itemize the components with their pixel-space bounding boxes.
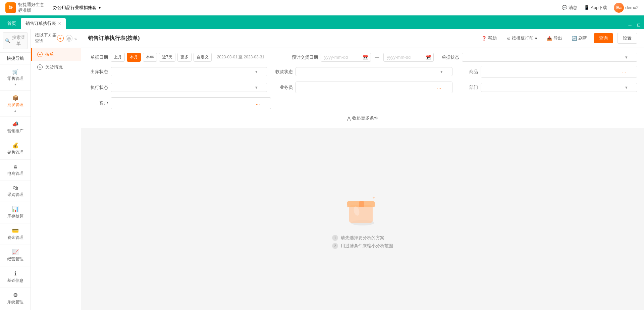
refresh-icon: 🔄 bbox=[572, 36, 577, 41]
payment-select[interactable]: ▾ bbox=[296, 67, 452, 76]
header-left: 好 畅捷通好生意 标准版 办公用品行业模拟账套 ▾ bbox=[5, 2, 101, 13]
sidebar-item-finance[interactable]: 💳 资金管理 bbox=[0, 223, 31, 245]
exec-label: 执行状态 bbox=[88, 85, 108, 91]
refresh-button[interactable]: 🔄 刷新 bbox=[569, 34, 590, 43]
delivery-select[interactable]: ▾ bbox=[111, 67, 267, 76]
goods-more-icon[interactable]: … bbox=[621, 68, 628, 75]
page-title: 销售订单执行表(按单) bbox=[88, 35, 140, 42]
tab-home[interactable]: 首页 bbox=[3, 18, 21, 29]
print-icon: 🖨 bbox=[506, 36, 511, 41]
salesman-label: 业务员 bbox=[273, 85, 293, 91]
tab-close-button[interactable]: ✕ bbox=[58, 22, 61, 25]
sub-nav-collapse-button[interactable]: « bbox=[74, 36, 77, 41]
sidebar-item-retail[interactable]: 🛒 零售管理 ▾ bbox=[0, 64, 31, 91]
sales-icon: 💰 bbox=[12, 142, 19, 149]
status-select[interactable]: ▾ bbox=[462, 53, 638, 62]
empty-state: ✦ ✦ 1 请先选择要分析的方案 2 用过滤条件来缩小分析范围 bbox=[332, 189, 393, 249]
help-button[interactable]: ❓ 帮助 bbox=[479, 34, 499, 43]
tab-bar: 首页 销售订单执行表 ✕ ─ ⊡ bbox=[0, 15, 644, 29]
settings-button[interactable]: 设置 bbox=[617, 33, 637, 44]
sub-nav-header: 按以下方案查询 + ◎ « bbox=[31, 29, 81, 48]
print-expand-icon: ▾ bbox=[535, 36, 537, 41]
sidebar-item-system[interactable]: ⚙ 系统管理 bbox=[0, 288, 31, 309]
query-button[interactable]: 查询 bbox=[594, 33, 613, 43]
date-last-month-button[interactable]: 上月 bbox=[111, 53, 125, 62]
dept-chevron-icon: ▾ bbox=[625, 85, 628, 90]
export-button[interactable]: 📤 导出 bbox=[544, 34, 565, 43]
retail-icon: 🛒 bbox=[12, 68, 19, 75]
salesman-select[interactable]: … bbox=[296, 82, 452, 93]
goods-select[interactable]: … bbox=[481, 66, 637, 78]
goods-label: 商品 bbox=[458, 69, 478, 75]
collapse-more-button[interactable]: ⋀ 收起更多条件 bbox=[88, 113, 637, 123]
salesman-more-icon[interactable]: … bbox=[436, 84, 443, 91]
sub-nav-circle-button[interactable]: ◎ bbox=[66, 35, 72, 42]
sub-nav-item-by-order[interactable]: ● 按单 bbox=[31, 48, 81, 61]
maximize-button[interactable]: ⊡ bbox=[636, 22, 641, 28]
basic-info-icon: ℹ bbox=[14, 270, 16, 277]
date-last-7-days-button[interactable]: 近7天 bbox=[159, 53, 175, 62]
customer-select[interactable]: … bbox=[111, 97, 271, 109]
sidebar-item-basic-info[interactable]: ℹ 基础信息 bbox=[0, 266, 31, 288]
help-icon: ❓ bbox=[481, 36, 487, 41]
sidebar-item-sales[interactable]: 💰 销售管理 bbox=[0, 138, 31, 160]
main-area: 按以下方案查询 + ◎ « ● 按单 ○ bbox=[31, 29, 644, 310]
date-more-button[interactable]: 更多 bbox=[177, 53, 192, 62]
print-button[interactable]: 🖨 按模板打印 ▾ bbox=[503, 34, 540, 43]
page-actions: ❓ 帮助 🖨 按模板打印 ▾ 📤 导出 🔄 刷新 bbox=[479, 33, 637, 44]
calendar-start-icon[interactable]: 📅 bbox=[363, 55, 368, 60]
header-right: 💬 消息 📱 App下载 Ea demo2 bbox=[562, 3, 639, 13]
logo-text: 畅捷通好生意 标准版 bbox=[18, 2, 44, 13]
message-button[interactable]: 💬 消息 bbox=[562, 5, 577, 11]
wholesale-icon: 📦 bbox=[12, 95, 19, 101]
inventory-icon: 📊 bbox=[12, 206, 19, 212]
customer-label: 客户 bbox=[88, 100, 108, 106]
filter-row-2: 出库状态 ▾ 收款状态 ▾ 商品 bbox=[88, 66, 637, 78]
filter-salesman-item: 业务员 … bbox=[273, 82, 452, 93]
customer-more-icon[interactable]: … bbox=[254, 99, 261, 107]
filter-status-item: 单据状态 ▾ bbox=[439, 53, 638, 62]
breadcrumb[interactable]: 办公用品行业模拟账套 ▾ bbox=[53, 5, 101, 11]
sub-nav-title: 按以下方案查询 bbox=[35, 32, 57, 44]
sidebar-item-operations[interactable]: 📈 经营管理 bbox=[0, 245, 31, 266]
expand-arrow-icon: ▴ bbox=[14, 109, 16, 112]
main-content: 🔍 搜索菜单 快捷导航 🛒 零售管理 ▾ 📦 批发管理 ▴ 📣 营销推广 💰 销… bbox=[0, 29, 644, 310]
sidebar-item-wholesale[interactable]: 📦 批发管理 ▴ bbox=[0, 91, 31, 117]
user-profile[interactable]: Ea demo2 bbox=[614, 3, 639, 13]
svg-rect-1 bbox=[349, 205, 373, 223]
sub-nav-add-button[interactable]: + bbox=[57, 35, 64, 42]
date-custom-button[interactable]: 自定义 bbox=[194, 53, 212, 62]
sidebar-quick-nav[interactable]: 快捷导航 bbox=[0, 53, 31, 64]
sub-nav-item-backorder[interactable]: ○ 欠货情况 bbox=[31, 61, 81, 73]
expected-date-start-input-wrapper: 📅 bbox=[321, 53, 371, 62]
filter-delivery-item: 出库状态 ▾ bbox=[88, 67, 267, 76]
top-header: 好 畅捷通好生意 标准版 办公用品行业模拟账套 ▾ 💬 消息 📱 App下载 E… bbox=[0, 0, 644, 15]
empty-hints: 1 请先选择要分析的方案 2 用过滤条件来缩小分析范围 bbox=[332, 235, 393, 249]
logo-icon: 好 bbox=[5, 2, 16, 13]
user-name: demo2 bbox=[625, 5, 639, 10]
sidebar-item-marketing[interactable]: 📣 营销推广 bbox=[0, 117, 31, 138]
operations-icon: 📈 bbox=[12, 249, 19, 255]
sidebar-item-purchase[interactable]: 🛍 采购管理 bbox=[0, 181, 31, 202]
dept-select[interactable]: ▾ bbox=[481, 83, 637, 92]
empty-hint-2: 2 用过滤条件来缩小分析范围 bbox=[332, 243, 393, 249]
date-this-month-button[interactable]: 本月 bbox=[127, 53, 141, 62]
search-menu-button[interactable]: 🔍 搜索菜单 bbox=[3, 32, 28, 49]
filter-payment-item: 收款状态 ▾ bbox=[273, 67, 452, 76]
sidebar-item-inventory[interactable]: 📊 库存核算 bbox=[0, 202, 31, 223]
purchase-icon: 🛍 bbox=[13, 185, 18, 191]
sidebar-item-ecommerce[interactable]: 🖥 电商管理 bbox=[0, 160, 31, 181]
empty-hint-1: 1 请先选择要分析的方案 bbox=[332, 235, 393, 241]
date-this-year-button[interactable]: 本年 bbox=[143, 53, 157, 62]
status-chevron-icon: ▾ bbox=[625, 55, 628, 60]
ecommerce-icon: 🖥 bbox=[13, 164, 18, 170]
exec-select[interactable]: ▾ bbox=[111, 83, 267, 92]
minimize-button[interactable]: ─ bbox=[627, 22, 633, 28]
app-download-button[interactable]: 📱 App下载 bbox=[584, 5, 607, 11]
tab-sales-order[interactable]: 销售订单执行表 ✕ bbox=[21, 18, 66, 29]
avatar: Ea bbox=[614, 3, 624, 13]
breadcrumb-arrow: ▾ bbox=[99, 5, 101, 10]
svg-text:✦: ✦ bbox=[372, 195, 376, 200]
calendar-end-icon[interactable]: 📅 bbox=[425, 55, 431, 60]
payment-label: 收款状态 bbox=[273, 69, 293, 75]
